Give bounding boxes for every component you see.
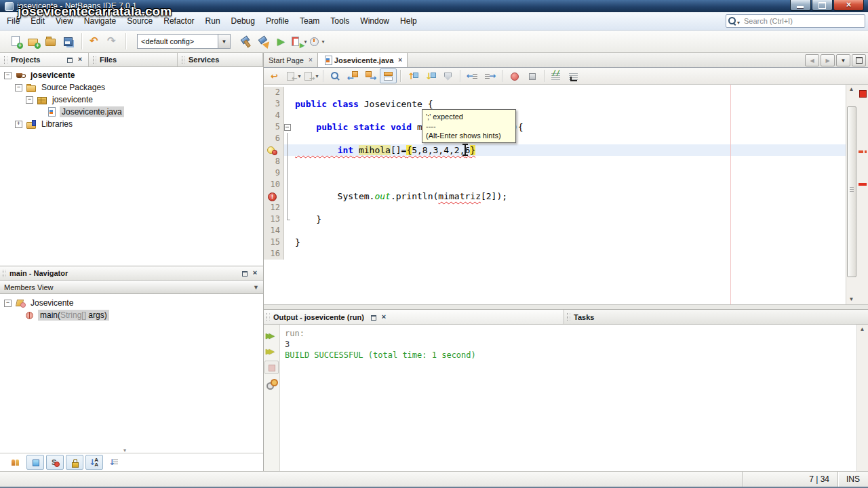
navigator-header[interactable]: main - Navigator — [0, 266, 263, 281]
code-text[interactable] — [291, 133, 846, 144]
menu-window[interactable]: Window — [355, 16, 395, 26]
collapse-icon[interactable]: − — [4, 72, 12, 79]
next-bookmark-button[interactable] — [422, 68, 439, 83]
code-text[interactable] — [291, 225, 846, 237]
code-line-12[interactable]: 12 — [264, 202, 846, 214]
minimize-panel-icon[interactable] — [370, 313, 378, 321]
gutter-line-2[interactable]: 2 — [264, 87, 284, 98]
projects-item-libraries[interactable]: +Libraries — [0, 118, 263, 130]
code-fold-icon[interactable] — [284, 121, 291, 133]
code-line-15[interactable]: 15} — [264, 237, 846, 248]
horizontal-splitter[interactable] — [264, 304, 868, 310]
toggle-highlight-search-button[interactable] — [380, 68, 397, 83]
close-panel-icon[interactable] — [380, 313, 388, 321]
comment-button[interactable] — [548, 68, 565, 83]
close-tab-icon[interactable]: × — [309, 57, 313, 64]
config-combobox[interactable]: <default config>▼ — [137, 34, 231, 49]
navigator-item-josevicente[interactable]: −Josevicente — [0, 297, 263, 309]
tab-services[interactable]: Services — [178, 53, 263, 66]
new-file-button[interactable] — [7, 33, 24, 50]
gutter-line-12[interactable]: 12 — [264, 202, 284, 214]
error-stripe-mark[interactable] — [859, 183, 867, 186]
projects-item-josevicente[interactable]: −josevicente — [0, 94, 263, 106]
code-text[interactable] — [291, 110, 846, 121]
non-public-members-filter-button[interactable] — [66, 455, 83, 470]
fields-filter-button[interactable] — [26, 455, 44, 470]
tab-tasks[interactable]: Tasks — [564, 310, 868, 324]
code-text[interactable] — [291, 202, 846, 214]
maximize-window-button[interactable] — [852, 54, 866, 66]
editor-tab-josevicente-java[interactable]: Josevicente.java× — [318, 53, 408, 67]
save-all-button[interactable] — [60, 33, 77, 50]
undo-button[interactable] — [86, 33, 104, 50]
ant-settings-button[interactable] — [265, 378, 278, 390]
code-text[interactable] — [291, 156, 846, 167]
code-text[interactable] — [291, 167, 846, 179]
gutter-line-4[interactable]: 4 — [264, 110, 284, 121]
gutter-line-11[interactable] — [264, 190, 284, 202]
tab-projects[interactable]: Projects — [0, 53, 89, 66]
navigator-tree[interactable]: −Josevicentemain(String[] args) — [0, 294, 263, 453]
code-line-6[interactable]: 6 — [264, 133, 846, 144]
menu-run[interactable]: Run — [200, 16, 226, 26]
tab-output[interactable]: Output - josevicente (run) — [264, 310, 564, 324]
editor-tab-start-page[interactable]: Start Page× — [264, 53, 318, 67]
close-panel-icon[interactable] — [76, 56, 84, 64]
close-tab-icon[interactable]: × — [398, 57, 402, 64]
scroll-left-button[interactable]: ◀ — [805, 54, 819, 66]
code-text[interactable]: } — [291, 214, 846, 225]
back-button[interactable]: ▾ — [285, 68, 302, 83]
output-console[interactable]: run:3BUILD SUCCESSFUL (total time: 1 sec… — [280, 325, 856, 471]
forward-button[interactable]: ▾ — [302, 68, 319, 83]
static-members-filter-button[interactable] — [46, 455, 64, 470]
gutter-line-6[interactable]: 6 — [264, 133, 284, 144]
code-line-7[interactable]: int mihola[]={5,8,3,4,2,6} — [264, 144, 846, 156]
code-editor[interactable]: 23public class Josevicente {45 public st… — [264, 85, 868, 304]
sort-alphabetically-filter-button[interactable] — [85, 455, 103, 470]
sort-by-source-filter-button[interactable] — [105, 455, 123, 470]
code-line-11[interactable]: System.out.println(mimatriz[2]); — [264, 190, 846, 202]
scroll-right-button[interactable]: ▶ — [821, 54, 835, 66]
menu-debug[interactable]: Debug — [226, 16, 260, 26]
error-stripe-mark[interactable] — [859, 150, 867, 153]
code-line-2[interactable]: 2 — [264, 87, 846, 98]
toggle-bookmark-button[interactable] — [439, 68, 456, 83]
code-text[interactable]: } — [291, 237, 846, 248]
code-line-5[interactable]: 5 public static void main(String args[])… — [264, 121, 846, 133]
close-button[interactable] — [833, 0, 864, 11]
gutter-line-14[interactable]: 14 — [264, 225, 284, 237]
menu-help[interactable]: Help — [395, 16, 422, 26]
projects-item-source-packages[interactable]: −Source Packages — [0, 81, 263, 94]
rerun-with-different-parameters-button[interactable] — [265, 345, 278, 357]
code-text[interactable]: public class Josevicente { — [291, 98, 846, 110]
collapse-icon[interactable]: − — [15, 84, 22, 92]
code-text[interactable]: int mihola[]={5,8,3,4,2,6} — [291, 144, 846, 156]
menu-profile[interactable]: Profile — [260, 16, 294, 26]
inherited-members-filter-button[interactable] — [7, 455, 24, 470]
scrollbar-thumb[interactable] — [847, 106, 856, 277]
code-line-4[interactable]: 4 — [264, 110, 846, 121]
menu-team[interactable]: Team — [294, 16, 325, 26]
expand-icon[interactable]: + — [15, 121, 22, 128]
new-project-button[interactable] — [24, 33, 42, 50]
maximize-button[interactable] — [812, 0, 833, 11]
minimize-panel-icon[interactable] — [241, 269, 249, 277]
find-selection-button[interactable] — [327, 68, 344, 83]
output-scrollbar[interactable]: ▲ — [856, 325, 868, 471]
code-line-13[interactable]: 13 } — [264, 214, 846, 225]
debug-button[interactable]: ▾ — [290, 33, 308, 50]
find-next-button[interactable] — [362, 68, 379, 83]
minimize-button[interactable] — [790, 0, 811, 11]
collapse-icon[interactable]: − — [26, 96, 33, 104]
code-area[interactable]: 23public class Josevicente {45 public st… — [264, 85, 846, 304]
uncomment-button[interactable] — [566, 68, 583, 83]
code-line-8[interactable]: 8 — [264, 156, 846, 167]
gutter-line-16[interactable]: 16 — [264, 248, 284, 260]
gutter-line-13[interactable]: 13 — [264, 214, 284, 225]
stop-macro-recording-button[interactable] — [524, 68, 540, 83]
gutter-line-3[interactable]: 3 — [264, 98, 284, 110]
projects-item-josevicente[interactable]: −josevicente — [0, 69, 263, 81]
code-line-16[interactable]: 16 — [264, 248, 846, 260]
gutter-line-7[interactable] — [264, 144, 284, 156]
projects-tree[interactable]: −josevicente−Source Packages−josevicente… — [0, 67, 263, 266]
